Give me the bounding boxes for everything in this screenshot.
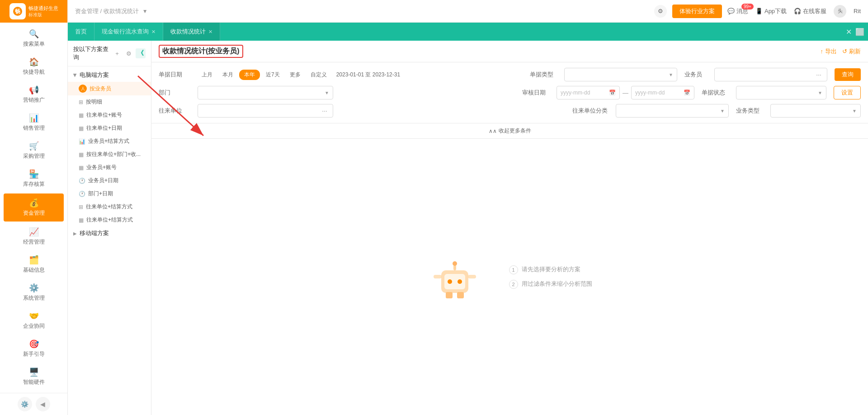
sidebar-collapse-btn[interactable]: ◀	[36, 397, 50, 411]
scheme-item-dept-date-label: 部门+日期	[88, 190, 113, 198]
sidebar-item-finance[interactable]: 💰 资金管理	[4, 193, 64, 222]
svg-rect-10	[446, 292, 453, 298]
scheme-item-salesman-settlement[interactable]: 📊 业务员+结算方式	[68, 135, 151, 148]
review-date-inputs: yyyy-mm-dd 📅 — yyyy-mm-dd 📅	[557, 86, 694, 99]
scheme-group-desktop: ▶ 电脑端方案 人 按业务员 ⊞ 按明细 ▦ 往来单位+账号	[68, 68, 151, 226]
tab-close-cash-flow[interactable]: ✕	[151, 29, 156, 35]
sidebar-item-system[interactable]: ⚙️ 系统管理	[0, 278, 67, 307]
date-tab-last-7[interactable]: 近7天	[262, 70, 284, 80]
svg-point-7	[453, 261, 457, 266]
query-btn[interactable]: 查询	[835, 68, 861, 81]
scheme-item-unit-date[interactable]: ▦ 往来单位+日期	[68, 122, 151, 135]
scheme-add-btn[interactable]: +	[112, 48, 122, 58]
scheme-item-salesman-account[interactable]: ▦ 业务员+账号	[68, 161, 151, 174]
review-date-start[interactable]: yyyy-mm-dd 📅	[557, 86, 620, 99]
message-btn[interactable]: 💬 消息 99+	[727, 7, 748, 15]
refresh-btn[interactable]: ↺ 刷新	[842, 47, 861, 56]
phone-icon: 📱	[755, 8, 763, 14]
breadcrumb-dropdown-icon[interactable]: ▼	[142, 8, 148, 14]
robot-illustration	[428, 250, 482, 304]
home-icon: 🏠	[29, 57, 39, 67]
scheme-item-detail[interactable]: ⊞ 按明细	[68, 95, 151, 108]
doc-type-select[interactable]: ▼	[564, 68, 677, 81]
date-tab-this-year[interactable]: 本年	[239, 70, 260, 80]
purchase-icon: 🛒	[29, 141, 39, 151]
user-name[interactable]: Rit	[854, 8, 861, 14]
salesman-more-btn[interactable]: ···	[814, 71, 823, 78]
empty-state: 1 请先选择要分析的方案 2 用过滤条件来缩小分析范围	[151, 139, 868, 415]
sidebar-item-enterprise[interactable]: 🤝 企业协同	[0, 307, 67, 335]
guide-icon: 🎯	[29, 339, 39, 349]
sidebar: 畅 畅捷通好生意 标准版 🔍 搜索菜单 🏠 快捷导航 📢 营销推广 📊 销售管理…	[0, 0, 68, 415]
svg-point-5	[458, 279, 462, 284]
scheme-list: ▶ 电脑端方案 人 按业务员 ⊞ 按明细 ▦ 往来单位+账号	[68, 66, 151, 415]
trial-btn[interactable]: 体验行业方案	[672, 5, 722, 18]
settings-btn[interactable]: 设置	[834, 86, 861, 99]
scheme-item-by-salesman[interactable]: 人 按业务员	[68, 82, 151, 95]
online-service-btn[interactable]: 🎧 在线客服	[794, 7, 826, 15]
finance-icon: 💰	[29, 198, 39, 208]
empty-step-2: 2 用过滤条件来缩小分析范围	[509, 280, 592, 289]
sidebar-item-marketing[interactable]: 📢 营销推广	[0, 80, 67, 108]
scheme-item-unit-account[interactable]: ▦ 往来单位+账号	[68, 108, 151, 122]
scheme-group-desktop-header[interactable]: ▶ 电脑端方案	[68, 68, 151, 82]
biz-type-select[interactable]: ▼	[770, 104, 861, 118]
counterpart-select[interactable]: ···	[198, 104, 333, 118]
user-avatar[interactable]: 头	[834, 5, 846, 18]
tab-close-collection[interactable]: ✕	[208, 29, 212, 35]
scheme-item-unit-settlement1[interactable]: ⊞ 往来单位+结算方式	[68, 200, 151, 213]
salesman-date-icon: 🕐	[79, 178, 85, 184]
doc-status-select[interactable]: ▼	[736, 86, 826, 99]
scheme-group-mobile-header[interactable]: ▶ 移动端方案	[68, 226, 151, 240]
sidebar-item-operation[interactable]: 📈 经营管理	[0, 222, 67, 250]
collapse-bar[interactable]: ∧∧ 收起更多条件	[151, 123, 868, 139]
review-date-label: 审核日期	[522, 89, 549, 97]
tab-close-all-btn[interactable]: ✕	[846, 28, 852, 36]
scheme-item-unit-settlement2[interactable]: ▦ 往来单位+结算方式	[68, 213, 151, 226]
empty-steps: 1 请先选择要分析的方案 2 用过滤条件来缩小分析范围	[509, 265, 592, 289]
dept-select[interactable]: ▼	[198, 86, 333, 99]
header-gear-btn[interactable]: ⚙	[654, 5, 667, 18]
step-number-2: 2	[509, 280, 518, 289]
sidebar-item-search[interactable]: 🔍 搜索菜单	[0, 24, 67, 52]
counterpart-category-select[interactable]: ▼	[616, 104, 729, 118]
scheme-item-unit-dept[interactable]: ▦ 按往来单位+部门+收...	[68, 148, 151, 161]
date-separator: —	[623, 90, 628, 96]
date-tab-more[interactable]: 更多	[286, 70, 305, 80]
counterpart-more-btn[interactable]: ···	[320, 107, 329, 114]
tab-controls: ✕ ⬜	[842, 28, 868, 36]
scheme-item-detail-label: 按明细	[86, 98, 102, 106]
sidebar-item-inventory[interactable]: 🏪 库存核算	[0, 165, 67, 193]
app-download-btn[interactable]: 📱 App下载	[755, 7, 787, 15]
review-date-end[interactable]: yyyy-mm-dd 📅	[631, 86, 694, 99]
tab-cash-flow[interactable]: 现金银行流水查询 ✕	[94, 23, 163, 41]
doc-type-arrow: ▼	[669, 72, 673, 77]
scheme-item-dept-date[interactable]: 🕐 部门+日期	[68, 187, 151, 200]
scheme-collapse-btn[interactable]: 《	[136, 48, 146, 58]
sidebar-item-quicknav[interactable]: 🏠 快捷导航	[0, 52, 67, 80]
tab-home[interactable]: 首页	[68, 23, 94, 41]
sidebar-item-basicinfo[interactable]: 🗂️ 基础信息	[0, 250, 67, 278]
tab-maximize-btn[interactable]: ⬜	[855, 28, 864, 36]
date-tab-this-month[interactable]: 本月	[218, 70, 237, 80]
scheme-settings-btn[interactable]: ⚙	[124, 48, 134, 58]
export-btn[interactable]: ↑ 导出	[821, 47, 837, 56]
scheme-item-salesman-date[interactable]: 🕐 业务员+日期	[68, 174, 151, 187]
scheme-item-salesman-account-label: 业务员+账号	[86, 164, 117, 171]
filter-area: 单据日期 上月 本月 本年 近7天 更多 自定义 2023-01-01 至 20…	[151, 62, 868, 123]
detail-icon: ⊞	[79, 99, 83, 105]
sidebar-settings-btn[interactable]: ⚙️	[18, 397, 32, 411]
svg-text:畅: 畅	[15, 8, 20, 14]
step-1-text: 请先选择要分析的方案	[522, 265, 580, 274]
salesman-label: 业务员	[684, 71, 707, 79]
sidebar-item-sales[interactable]: 📊 销售管理	[0, 108, 67, 137]
date-tab-custom[interactable]: 自定义	[307, 70, 331, 80]
sidebar-item-purchase[interactable]: 🛒 采购管理	[0, 137, 67, 165]
tab-collection-stats[interactable]: 收款情况统计 ✕	[163, 23, 220, 41]
sidebar-item-hardware[interactable]: 🖥️ 智能硬件	[0, 363, 67, 391]
salesman-select[interactable]: ···	[714, 68, 827, 81]
sidebar-item-guide[interactable]: 🎯 新手引导	[0, 335, 67, 363]
scheme-item-unit-date-label: 往来单位+日期	[86, 124, 122, 132]
date-tab-last-month[interactable]: 上月	[198, 70, 217, 80]
scheme-item-unit-dept-label: 按往来单位+部门+收...	[86, 151, 141, 158]
